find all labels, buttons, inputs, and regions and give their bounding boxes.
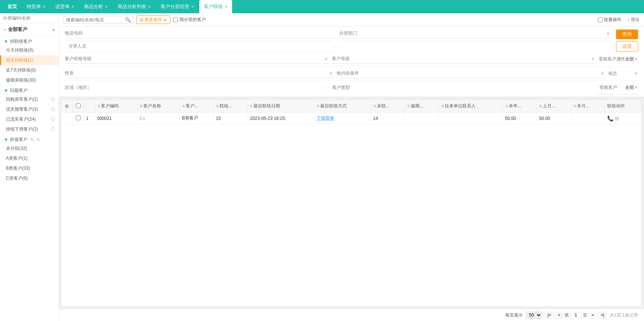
filter-nature-select[interactable]: ▼	[91, 71, 333, 76]
info-icon-1[interactable]: ⓘ	[51, 107, 55, 112]
sidebar-collapse-btn[interactable]: «	[52, 27, 55, 32]
th-contact-count[interactable]: ⇅联络...	[214, 100, 248, 113]
sidebar-search-input[interactable]	[3, 15, 58, 21]
sidebar-problem-items: 回购异常客户(2) ⓘ 流失预警客户(3) ⓘ 已流失客户(24) ⓘ 持续下滑…	[0, 94, 59, 134]
pagination: |< < 第 页 > >|	[545, 312, 607, 318]
th-checkbox[interactable]	[73, 100, 84, 113]
export-btn[interactable]: ↑ 导出	[627, 17, 640, 23]
row-checkbox[interactable]	[73, 113, 84, 124]
action-phone-icon[interactable]: 📞	[607, 115, 613, 121]
nav-customer-contact[interactable]: 客户联络 ✕	[199, 0, 232, 13]
info-icon-0[interactable]: ⓘ	[51, 97, 55, 102]
sidebar-item-class-b[interactable]: B类客户(33)	[0, 163, 59, 173]
filter-retail-customer: 零散客户 全部 ▼	[596, 81, 638, 94]
sidebar-all-customers[interactable]: ▪▪ 全部客户 «	[0, 23, 59, 36]
page-size-select[interactable]: 50	[526, 311, 542, 319]
nav-close-product-list[interactable]: ✕	[148, 4, 151, 9]
chevron-retail-cust-icon: ▼	[634, 85, 638, 90]
phone-input[interactable]	[91, 31, 336, 36]
search-input[interactable]	[66, 17, 125, 23]
row-code[interactable]: 000021	[95, 113, 137, 124]
row-index: 1	[84, 113, 95, 124]
filter-phone-input[interactable]	[91, 31, 336, 36]
sidebar: 🔍 ▪▪ 全部客户 « ▼ 待联络客户 今天待联络(0) 明天待联络(1) 近7…	[0, 13, 59, 321]
nav-close-stratification[interactable]: ✕	[191, 4, 194, 9]
page-number-input[interactable]	[570, 312, 581, 318]
query-btn[interactable]: 查询	[616, 30, 638, 39]
nav-product-analysis[interactable]: 商品分析 ✕	[80, 0, 112, 13]
nav-close-purchase[interactable]: ✕	[71, 4, 74, 9]
filter-region-select[interactable]: ···	[91, 85, 329, 90]
filter-customer-level-select[interactable]: ▼	[358, 57, 595, 61]
row-settings[interactable]	[62, 113, 73, 124]
my-customers-checkbox[interactable]	[173, 17, 178, 22]
nav-sales-order[interactable]: 销货单 ✕	[22, 0, 50, 13]
info-icon-2[interactable]: ⓘ	[51, 117, 55, 122]
search-box[interactable]: 🔍	[63, 16, 133, 24]
th-unit-contact[interactable]: ⇅往来单位联系人	[439, 100, 503, 113]
filter-retail-attr-select[interactable]: 全部 ▼	[625, 56, 638, 62]
set-btn[interactable]: 设置	[616, 41, 638, 52]
nav-home[interactable]: 首页	[3, 0, 21, 13]
filter-more-btn[interactable]: ⊞ 更多条件 ▲	[136, 15, 170, 24]
sidebar-item-today-contact[interactable]: 今天待联络(0)	[0, 45, 59, 55]
filter-status-select[interactable]: ▼	[634, 71, 638, 76]
person-dots-btn[interactable]: ···	[334, 44, 337, 49]
nav-purchase-order[interactable]: 进货单 ✕	[51, 0, 79, 13]
action-grid-icon[interactable]: ⊞	[615, 115, 619, 121]
th-code[interactable]: ⇅客户编码	[95, 100, 137, 113]
filter-dept-select[interactable]: ▼	[365, 31, 610, 36]
th-no-contact[interactable]: ⇅未联...	[371, 100, 405, 113]
sidebar-item-declining[interactable]: 持续下滑客户(2) ⓘ	[0, 124, 59, 134]
th-name[interactable]: ⇅客户名称	[137, 100, 179, 113]
filter-payment-select[interactable]: ▼	[363, 71, 605, 76]
th-index	[84, 100, 95, 113]
filter-price-level: 客户价格等级 ▼	[65, 54, 328, 64]
nav-close-contact[interactable]: ✕	[224, 4, 228, 9]
filter-retail-customer-select[interactable]: 全部 ▼	[625, 84, 638, 91]
sidebar-value-group[interactable]: ▼ 价值客户 ↻ ✎	[0, 134, 59, 144]
region-dots-btn[interactable]: ···	[325, 85, 329, 90]
th-level[interactable]: ⇅客户...	[179, 100, 213, 113]
sidebar-problem-group[interactable]: ▼ 问题客户	[0, 85, 59, 94]
prev-page-btn[interactable]: <	[555, 312, 563, 318]
th-overdue[interactable]: ⇅逾期...	[405, 100, 438, 113]
th-settings[interactable]: ⚙	[62, 100, 73, 113]
nav-product-analysis-list[interactable]: 商品分析列表 ✕	[113, 0, 155, 13]
nav-customer-stratification[interactable]: 客户分层经营 ✕	[156, 0, 199, 13]
nav-close-product-analysis[interactable]: ✕	[105, 4, 108, 9]
last-page-btn[interactable]: >|	[598, 312, 607, 318]
search-icon[interactable]: 🔍	[125, 17, 131, 23]
th-this-year[interactable]: ⇅本年...	[503, 100, 536, 113]
sidebar-item-churn-warning[interactable]: 流失预警客户(3) ⓘ	[0, 104, 59, 114]
filter-price-level-select[interactable]: ▼	[91, 57, 328, 61]
sidebar-item-class-a[interactable]: A类客户(1)	[0, 153, 59, 163]
value-group-edit[interactable]: ✎	[36, 137, 40, 142]
sidebar-search-box[interactable]: 🔍	[0, 13, 59, 23]
th-last-date[interactable]: ⇅最后联络日期	[248, 100, 314, 113]
sidebar-item-overdue-contact[interactable]: 逾期未联络(30)	[0, 75, 59, 85]
row-name[interactable]: Ea	[137, 113, 179, 124]
sidebar-item-tomorrow-contact[interactable]: 明天待联络(1)	[0, 55, 59, 65]
value-group-refresh[interactable]: ↻	[31, 137, 34, 142]
sidebar-item-ungrouped[interactable]: 未分组(32)	[0, 144, 59, 153]
select-all-checkbox[interactable]	[76, 103, 81, 108]
my-customers-checkbox-label[interactable]: 我分管的客户	[173, 17, 206, 23]
batch-checkbox[interactable]	[598, 17, 603, 22]
nav-close-sales[interactable]: ✕	[42, 4, 46, 9]
sidebar-item-churned[interactable]: 已流失客户(24) ⓘ	[0, 114, 59, 124]
row-select-checkbox[interactable]	[76, 115, 81, 120]
next-page-btn[interactable]: >	[589, 312, 596, 318]
th-this-month[interactable]: ⇅本月...	[571, 100, 605, 113]
sidebar-pending-group[interactable]: ▼ 待联络客户	[0, 36, 59, 45]
page-size-label: 每页显示	[505, 312, 523, 318]
row-last-method[interactable]: 下销货单	[314, 113, 371, 124]
sidebar-item-abnormal-repurchase[interactable]: 回购异常客户(2) ⓘ	[0, 94, 59, 104]
th-last-method[interactable]: ⇅最后联络方式	[314, 100, 371, 113]
th-last-month[interactable]: ⇅上月...	[537, 100, 571, 113]
batch-operation-btn[interactable]: 批量操作	[598, 17, 622, 23]
sidebar-item-7days-contact[interactable]: 近7天待联络(0)	[0, 65, 59, 75]
first-page-btn[interactable]: |<	[545, 312, 554, 318]
info-icon-3[interactable]: ⓘ	[51, 127, 55, 132]
sidebar-item-class-c[interactable]: C类客户(6)	[0, 173, 59, 183]
